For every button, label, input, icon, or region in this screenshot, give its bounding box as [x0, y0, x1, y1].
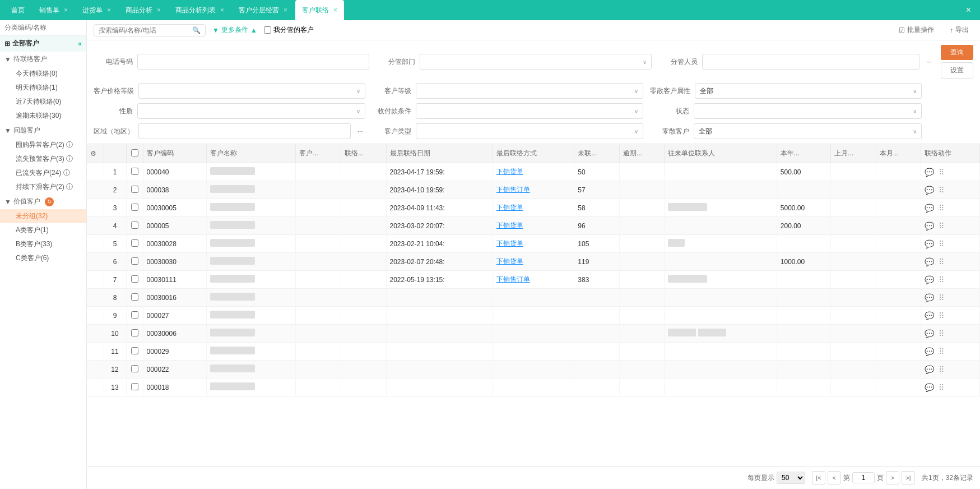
sidebar-item-b-class[interactable]: B类客户(33): [0, 237, 86, 251]
nav-sales[interactable]: 销售单 ×: [32, 0, 75, 20]
filter-search-icon[interactable]: 🔍: [192, 26, 201, 34]
cell-check[interactable]: [126, 199, 143, 217]
filter-phone-input[interactable]: [137, 54, 369, 70]
contact-icon[interactable]: 💬: [925, 186, 934, 195]
select-all-checkbox[interactable]: [131, 149, 138, 156]
cell-check[interactable]: [126, 235, 143, 253]
cell-check[interactable]: [126, 379, 143, 396]
export-button[interactable]: ↑ 导出: [945, 24, 973, 36]
more-icon[interactable]: ⠿: [939, 293, 944, 302]
sidebar-item-c-class[interactable]: C类客户(6): [0, 251, 86, 265]
nav-home[interactable]: 首页: [4, 0, 31, 20]
contact-icon[interactable]: 💬: [925, 293, 934, 302]
sidebar-item-ungrouped[interactable]: 未分组(32): [0, 209, 86, 223]
contact-icon[interactable]: 💬: [925, 275, 934, 284]
all-customers-header[interactable]: ⊞ 全部客户 «: [0, 35, 86, 52]
sidebar-item-abnormal[interactable]: 囤购异常客户(2) ⓘ: [0, 138, 86, 152]
filter-region-more[interactable]: ···: [355, 125, 365, 137]
last-method-link[interactable]: 下销货单: [496, 204, 523, 211]
filter-dept-select[interactable]: ∨: [420, 54, 652, 70]
nav-goods-analysis-list-close[interactable]: ×: [220, 6, 224, 14]
filter-search-input[interactable]: [99, 26, 190, 34]
contact-icon[interactable]: 💬: [925, 347, 934, 356]
collapse-icon[interactable]: «: [78, 40, 82, 48]
my-customers-filter[interactable]: 我分管的客户: [264, 25, 314, 35]
page-size-select[interactable]: 50 20 100: [777, 472, 805, 484]
more-icon[interactable]: ⠿: [939, 168, 944, 177]
last-method-link[interactable]: 下销售订单: [496, 186, 530, 193]
query-button[interactable]: 查询: [941, 45, 973, 60]
sidebar-item-a-class[interactable]: A类客户(1): [0, 223, 86, 237]
nav-goods-analysis-list[interactable]: 商品分析列表 ×: [169, 0, 231, 20]
filter-cust-type-select[interactable]: ∨: [416, 123, 644, 139]
sidebar-value-group[interactable]: ▼ 价值客户 ↻: [0, 194, 86, 209]
last-method-link[interactable]: 下销货单: [496, 222, 523, 229]
last-page-btn[interactable]: >|: [902, 471, 915, 485]
nav-goods-analysis-close[interactable]: ×: [157, 6, 161, 14]
nav-sales-close[interactable]: ×: [64, 6, 68, 14]
filter-price-level-select[interactable]: ∨: [138, 83, 365, 99]
row-checkbox[interactable]: [131, 365, 138, 372]
last-method-link[interactable]: 下销货单: [496, 239, 523, 247]
row-checkbox[interactable]: [131, 222, 138, 229]
row-checkbox[interactable]: [131, 204, 138, 211]
filter-nature-select[interactable]: ∨: [137, 103, 365, 119]
more-icon[interactable]: ⠿: [939, 365, 944, 374]
more-icon[interactable]: ⠿: [939, 257, 944, 266]
nav-customer-contact[interactable]: 客户联络 ×: [295, 0, 344, 20]
contact-icon[interactable]: 💬: [925, 222, 934, 230]
cell-check[interactable]: [126, 289, 143, 307]
nav-purchase-close[interactable]: ×: [107, 6, 111, 14]
contact-icon[interactable]: 💬: [925, 239, 934, 248]
nav-customer-tier[interactable]: 客户分层经营 ×: [232, 0, 294, 20]
row-checkbox[interactable]: [131, 347, 138, 354]
filter-status-select[interactable]: ∨: [694, 103, 922, 119]
filter-manager-input[interactable]: [702, 54, 919, 70]
prev-page-btn[interactable]: <: [828, 471, 841, 485]
more-icon[interactable]: ⠿: [939, 222, 944, 230]
contact-icon[interactable]: 💬: [925, 329, 934, 338]
filter-payment-select[interactable]: ∨: [416, 103, 644, 119]
row-checkbox[interactable]: [131, 186, 138, 193]
row-checkbox[interactable]: [131, 293, 138, 301]
row-checkbox[interactable]: [131, 383, 138, 390]
next-page-btn[interactable]: >: [886, 471, 899, 485]
last-method-link[interactable]: 下销售订单: [496, 275, 530, 283]
filter-more-conditions[interactable]: ▼ 更多条件 ▲: [212, 25, 257, 35]
sidebar-item-warning[interactable]: 流失预警客户(3) ⓘ: [0, 152, 86, 166]
more-icon[interactable]: ⠿: [939, 311, 944, 320]
contact-icon[interactable]: 💬: [925, 383, 934, 392]
th-check[interactable]: [126, 144, 143, 163]
contact-icon[interactable]: 💬: [925, 311, 934, 320]
nav-customer-contact-close[interactable]: ×: [333, 6, 337, 14]
sidebar-item-lost[interactable]: 已流失客户(24) ⓘ: [0, 166, 86, 180]
sidebar-item-overdue[interactable]: 逾期未联络(30): [0, 109, 86, 123]
nav-close-all[interactable]: ×: [962, 5, 976, 15]
sidebar-item-7days[interactable]: 近7天待联络(0): [0, 95, 86, 109]
cell-check[interactable]: [126, 271, 143, 289]
sidebar-item-today[interactable]: 今天待联络(0): [0, 67, 86, 81]
row-checkbox[interactable]: [131, 275, 138, 283]
more-icon[interactable]: ⠿: [939, 204, 944, 213]
sidebar-problem-group[interactable]: ▼ 问题客户: [0, 123, 86, 138]
last-method-link[interactable]: 下销货单: [496, 168, 523, 176]
cell-check[interactable]: [126, 307, 143, 325]
cell-check[interactable]: [126, 181, 143, 199]
contact-icon[interactable]: 💬: [925, 257, 934, 266]
more-icon[interactable]: ⠿: [939, 329, 944, 338]
first-page-btn[interactable]: |<: [812, 471, 825, 485]
row-checkbox[interactable]: [131, 239, 138, 247]
more-icon[interactable]: ⠿: [939, 347, 944, 356]
filter-region-input[interactable]: [138, 123, 351, 139]
nav-customer-tier-close[interactable]: ×: [284, 6, 287, 14]
last-method-link[interactable]: 下销货单: [496, 257, 523, 265]
sidebar-item-declining[interactable]: 持续下滑客户(2) ⓘ: [0, 180, 86, 194]
more-icon[interactable]: ⠿: [939, 239, 944, 248]
batch-op-button[interactable]: ☑ 批量操作: [894, 24, 939, 36]
filter-retail-attr-select[interactable]: 全部∨: [695, 83, 922, 99]
more-icon[interactable]: ⠿: [939, 383, 944, 392]
cell-check[interactable]: [126, 217, 143, 235]
cell-check[interactable]: [126, 325, 143, 343]
filter-manager-more[interactable]: ···: [924, 56, 934, 68]
cell-check[interactable]: [126, 163, 143, 181]
